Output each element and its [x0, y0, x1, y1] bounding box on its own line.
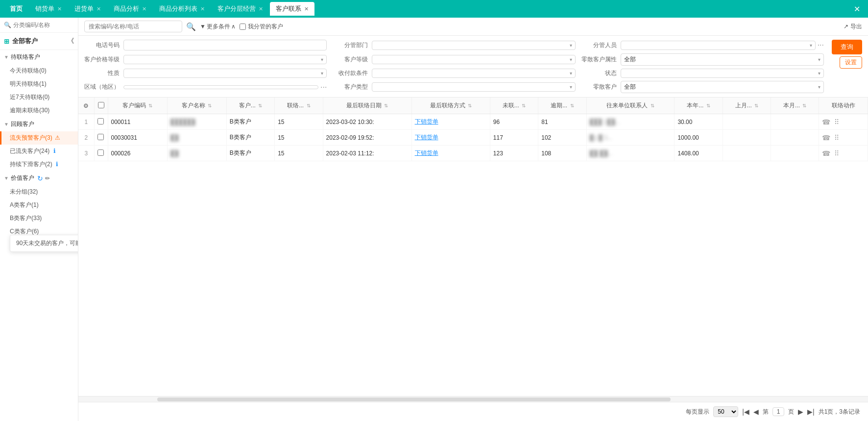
col-name[interactable]: 客户名称 ⇅	[167, 98, 226, 114]
col-last-method[interactable]: 最后联络方式 ⇅	[411, 98, 490, 114]
first-page-button[interactable]: |◀	[742, 408, 749, 416]
sidebar-item-ungroup[interactable]: 未分组(32)	[0, 185, 78, 198]
status-select[interactable]: ▾	[621, 69, 824, 78]
select-all-checkbox[interactable]	[98, 102, 104, 108]
col-no-contact[interactable]: 未联... ⇅	[490, 98, 538, 114]
search-input[interactable]	[84, 21, 182, 32]
col-checkbox[interactable]	[94, 98, 108, 114]
gender-label: 性质	[84, 69, 123, 77]
col-overdue[interactable]: 逾期... ⇅	[538, 98, 586, 114]
my-customers-checkbox[interactable]	[240, 24, 246, 30]
person-more-icon[interactable]: ···	[818, 41, 824, 50]
cell-name-2: ██	[167, 146, 226, 161]
tab-analysis[interactable]: 商品分析 ✕	[108, 2, 152, 16]
tab-analysis-list-close[interactable]: ✕	[200, 6, 205, 12]
sidebar-group-value-title[interactable]: ▼ 价值客户 ↻ ✏	[0, 171, 78, 185]
region-select[interactable]	[123, 85, 318, 89]
sidebar-group-pending: ▼ 待联络客户 今天待联络(0) 明天待联络(1) 近7天待联络(0) 逾期未联…	[0, 50, 78, 117]
search-button[interactable]: 🔍	[186, 22, 196, 31]
tab-analysis-list-label: 商品分析列表	[159, 4, 197, 13]
tab-customer-contact[interactable]: 客户联系 ✕	[270, 2, 314, 16]
tab-home[interactable]: 首页	[4, 2, 28, 16]
action-more-icon-0[interactable]: ⠿	[834, 118, 839, 126]
prev-page-button[interactable]: ◀	[753, 408, 759, 416]
sidebar-item-b-class[interactable]: B类客户(33)	[0, 212, 78, 225]
person-select[interactable]: ▾	[621, 41, 816, 50]
next-page-button[interactable]: ▶	[798, 408, 803, 416]
row-checkbox-2[interactable]	[97, 149, 104, 156]
tab-purchase[interactable]: 进货单 ✕	[69, 2, 107, 16]
col-settings[interactable]: ⚙	[78, 98, 94, 114]
window-close-button[interactable]: ✕	[850, 4, 864, 14]
row-checkbox-1[interactable]	[97, 134, 104, 140]
sidebar-item-lost[interactable]: 已流失客户(24) ℹ	[0, 145, 78, 158]
tab-customer-layer[interactable]: 客户分层经营 ✕	[212, 2, 269, 16]
cell-last-method-1[interactable]: 下销货单	[411, 130, 490, 146]
sidebar-item-declining[interactable]: 持续下滑客户(2) ℹ	[0, 158, 78, 171]
retail-customer-select[interactable]: 全部 ▾	[621, 81, 824, 93]
col-this-month[interactable]: 本月... ⇅	[771, 98, 819, 114]
col-last-date[interactable]: 最后联络日期 ⇅	[323, 98, 411, 114]
sidebar-item-today[interactable]: 今天待联络(0)	[0, 64, 78, 77]
my-customers-checkbox-label[interactable]: 我分管的客户	[240, 23, 283, 31]
sidebar-item-a-class[interactable]: A类客户(1)	[0, 198, 78, 212]
payment-select[interactable]: ▾	[372, 69, 575, 78]
col-contact[interactable]: 联络... ⇅	[275, 98, 323, 114]
tab-customer-contact-close[interactable]: ✕	[304, 6, 309, 12]
tab-analysis-close[interactable]: ✕	[142, 6, 146, 12]
settings-button[interactable]: 设置	[840, 56, 862, 69]
col-this-month-sort-icon: ⇅	[802, 103, 806, 108]
action-contact-icon-1[interactable]: ☎	[822, 134, 830, 142]
action-contact-icon-2[interactable]: ☎	[822, 149, 830, 157]
col-no-contact-label: 未联...	[503, 102, 519, 109]
cell-last-method-0[interactable]: 下销货单	[411, 114, 490, 130]
price-level-select[interactable]: ▾	[123, 55, 327, 64]
col-type[interactable]: 客户... ⇅	[226, 98, 274, 114]
tab-purchase-close[interactable]: ✕	[96, 6, 101, 12]
cell-last-method-2[interactable]: 下销货单	[411, 146, 490, 161]
tab-sale[interactable]: 销货单 ✕	[29, 2, 68, 16]
customer-type-select[interactable]: ▾	[372, 82, 575, 92]
export-label: 导出	[850, 23, 862, 31]
sidebar-group-pending-title[interactable]: ▼ 待联络客户	[0, 50, 78, 64]
col-code[interactable]: 客户编码 ⇅	[108, 98, 167, 114]
dept-select[interactable]: ▾	[372, 41, 575, 50]
more-conditions-button[interactable]: ▼ 更多条件 ∧	[200, 23, 236, 31]
scrollbar-track[interactable]	[157, 397, 671, 401]
filter-outer-row: 电话号码 分管部门 ▾ 分管人员	[84, 40, 862, 93]
row-checkbox-0[interactable]	[97, 118, 104, 124]
gender-select[interactable]: ▾	[123, 69, 327, 78]
action-more-icon-2[interactable]: ⠿	[834, 149, 839, 157]
sidebar-item-7days[interactable]: 近7天待联络(0)	[0, 91, 78, 104]
retail-attr-select[interactable]: 全部 ▾	[621, 53, 824, 66]
col-last-month[interactable]: 上月... ⇅	[723, 98, 771, 114]
col-this-year[interactable]: 本年... ⇅	[675, 98, 723, 114]
tab-customer-layer-close[interactable]: ✕	[259, 6, 263, 12]
horizontal-scrollbar[interactable]	[78, 396, 868, 402]
export-button[interactable]: ↗ 导出	[844, 23, 862, 31]
query-button[interactable]: 查询	[832, 40, 862, 54]
sidebar-item-tomorrow[interactable]: 明天待联络(1)	[0, 77, 78, 91]
sidebar-search-input[interactable]	[13, 22, 74, 28]
cell-checkbox-0[interactable]	[94, 114, 108, 130]
tab-analysis-list[interactable]: 商品分析列表 ✕	[153, 2, 211, 16]
cell-checkbox-2[interactable]	[94, 146, 108, 161]
sidebar-group-review-title[interactable]: ▼ 回顾客户	[0, 117, 78, 131]
sidebar-item-overdue-label: 逾期未联络(30)	[10, 107, 49, 114]
region-more-icon[interactable]: ···	[320, 83, 327, 92]
action-more-icon-1[interactable]: ⠿	[834, 134, 839, 142]
phone-input[interactable]	[123, 40, 327, 50]
value-refresh-icon[interactable]: ↻	[37, 174, 43, 182]
cell-checkbox-1[interactable]	[94, 130, 108, 146]
value-edit-icon[interactable]: ✏	[45, 175, 50, 182]
action-contact-icon-0[interactable]: ☎	[822, 118, 830, 126]
sidebar-item-churn-warning[interactable]: 流失预警客户(3) ⚠	[0, 131, 78, 145]
col-unit-contact[interactable]: 往来单位联系人 ⇅	[586, 98, 675, 114]
sidebar-item-overdue[interactable]: 逾期未联络(30)	[0, 104, 78, 117]
col-code-label: 客户编码	[122, 102, 146, 109]
per-page-select[interactable]: 50 100	[713, 406, 738, 417]
last-page-button[interactable]: ▶|	[807, 408, 815, 416]
tab-sale-close[interactable]: ✕	[57, 6, 62, 12]
sidebar-all-customers[interactable]: ⊞ 全部客户 《	[0, 33, 78, 50]
customer-level-select[interactable]: ▾	[372, 55, 575, 64]
